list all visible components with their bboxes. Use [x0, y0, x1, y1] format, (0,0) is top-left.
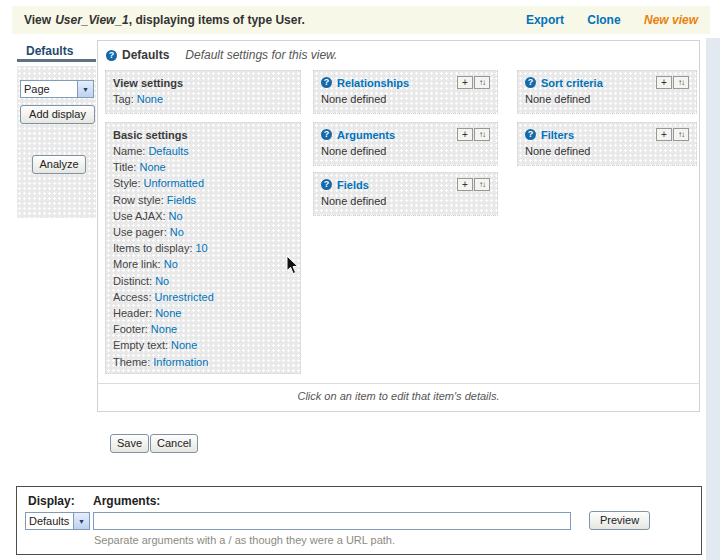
display-heading-title: Defaults [122, 48, 169, 62]
add-display-button[interactable]: Add display [20, 105, 95, 124]
rearrange-icon[interactable]: ↑↓ [673, 128, 689, 141]
page-right-gutter [706, 38, 720, 560]
display-label: Display: [28, 494, 75, 508]
setting-value-link[interactable]: None [137, 93, 163, 105]
panel-relationships: ? Relationships + ↑↓ None defined [313, 70, 498, 114]
setting-row-use-pager: Use pager:No [113, 224, 293, 240]
setting-row-use-ajax: Use AJAX:No [113, 208, 293, 224]
setting-value-link[interactable]: Information [153, 356, 208, 368]
sort-criteria-link[interactable]: Sort criteria [541, 77, 603, 89]
setting-label: More link: [113, 258, 161, 270]
panel-header: ? Sort criteria + ↑↓ [525, 76, 689, 89]
setting-value-link[interactable]: Fields [167, 194, 196, 206]
setting-value-link[interactable]: None [139, 161, 165, 173]
help-icon[interactable]: ? [321, 179, 332, 190]
setting-row-title: Title:None [113, 159, 293, 175]
clone-link[interactable]: Clone [587, 13, 620, 27]
rearrange-icon[interactable]: ↑↓ [474, 76, 490, 89]
preview-display-select[interactable]: Defaults ▼ [25, 512, 90, 530]
add-item-icon[interactable]: + [656, 128, 672, 141]
setting-label: Items to display: [113, 242, 192, 254]
fields-link[interactable]: Fields [337, 179, 369, 191]
help-icon[interactable]: ? [106, 50, 117, 61]
setting-value-link[interactable]: 10 [195, 242, 207, 254]
panel-fields: ? Fields + ↑↓ None defined [313, 172, 498, 216]
setting-label: Access: [113, 291, 152, 303]
setting-label: Use AJAX: [113, 210, 166, 222]
add-item-icon[interactable]: + [656, 76, 672, 89]
setting-row-theme: Theme:Information [113, 354, 293, 370]
rearrange-icon[interactable]: ↑↓ [474, 128, 490, 141]
title-prefix: View [24, 13, 51, 27]
export-link[interactable]: Export [526, 13, 564, 27]
setting-row-footer: Footer:None [113, 321, 293, 337]
setting-value-link[interactable]: None [171, 339, 197, 351]
views-edit-screen: ViewUser_View_1, displaying items of typ… [0, 0, 720, 560]
panel-actions: + ↑↓ [655, 128, 689, 141]
panel-sort-criteria: ? Sort criteria + ↑↓ None defined [517, 70, 697, 114]
panel-header: ? Relationships + ↑↓ [321, 76, 490, 89]
setting-row-items-to-display: Items to display:10 [113, 240, 293, 256]
display-type-value: Page [21, 83, 77, 95]
setting-value-link[interactable]: Unformatted [144, 177, 205, 189]
view-name: User_View_1 [55, 13, 129, 27]
add-item-icon[interactable]: + [457, 178, 473, 191]
setting-label: Distinct: [113, 275, 152, 287]
preview-display-value: Defaults [26, 515, 73, 527]
add-item-icon[interactable]: + [457, 128, 473, 141]
panel-filters: ? Filters + ↑↓ None defined [517, 122, 697, 166]
help-icon[interactable]: ? [321, 77, 332, 88]
display-settings-container: ? Defaults Default settings for this vie… [97, 40, 700, 412]
empty-text: None defined [321, 193, 490, 209]
arguments-help-text: Separate arguments with a / as though th… [94, 534, 395, 546]
panel-actions: + ↑↓ [456, 76, 490, 89]
view-actions: Export Clone New view [506, 13, 698, 27]
setting-label: Empty text: [113, 339, 168, 351]
arguments-input[interactable] [93, 512, 571, 530]
panel-actions: + ↑↓ [456, 178, 490, 191]
setting-label: Header: [113, 307, 152, 319]
setting-value-link[interactable]: No [155, 275, 169, 287]
setting-row-access: Access:Unrestricted [113, 289, 293, 305]
help-icon[interactable]: ? [525, 129, 536, 140]
page-title: ViewUser_View_1, displaying items of typ… [24, 13, 305, 27]
setting-row-distinct: Distinct:No [113, 273, 293, 289]
setting-value-link[interactable]: Unrestricted [155, 291, 214, 303]
tab-defaults[interactable]: Defaults [17, 40, 96, 62]
setting-value-link[interactable]: None [155, 307, 181, 319]
setting-row-empty-text: Empty text:None [113, 337, 293, 353]
setting-value-link[interactable]: No [164, 258, 178, 270]
arguments-link[interactable]: Arguments [337, 129, 395, 141]
analyze-button[interactable]: Analyze [32, 155, 86, 174]
setting-label: Theme: [113, 356, 150, 368]
relationships-link[interactable]: Relationships [337, 77, 409, 89]
preview-section: Display: Arguments: Defaults ▼ Preview S… [16, 486, 702, 555]
filters-link[interactable]: Filters [541, 129, 574, 141]
dropdown-arrow-icon: ▼ [77, 81, 93, 97]
setting-label: Tag: [113, 93, 134, 105]
new-view-link[interactable]: New view [644, 13, 698, 27]
empty-text: None defined [525, 91, 689, 107]
rearrange-icon[interactable]: ↑↓ [474, 178, 490, 191]
rearrange-icon[interactable]: ↑↓ [673, 76, 689, 89]
display-heading-description: Default settings for this view. [185, 48, 337, 62]
setting-row-name: Name:Defaults [113, 143, 293, 159]
panel-header: ? Arguments + ↑↓ [321, 128, 490, 141]
panel-view-settings: View settings Tag:None [105, 70, 301, 114]
setting-value-link[interactable]: None [151, 323, 177, 335]
cancel-button[interactable]: Cancel [150, 434, 198, 453]
preview-button[interactable]: Preview [589, 511, 650, 530]
setting-label: Footer: [113, 323, 148, 335]
display-type-select[interactable]: Page ▼ [20, 80, 94, 98]
help-icon[interactable]: ? [321, 129, 332, 140]
edit-hint-text: Click on an item to edit that item's det… [98, 383, 699, 411]
setting-row-row-style: Row style:Fields [113, 192, 293, 208]
setting-value-link[interactable]: Defaults [148, 145, 188, 157]
display-heading: ? Defaults Default settings for this vie… [106, 48, 337, 62]
setting-value-link[interactable]: No [169, 210, 183, 222]
save-button[interactable]: Save [110, 434, 149, 453]
setting-value-link[interactable]: No [170, 226, 184, 238]
add-item-icon[interactable]: + [457, 76, 473, 89]
help-icon[interactable]: ? [525, 77, 536, 88]
setting-row-header: Header:None [113, 305, 293, 321]
